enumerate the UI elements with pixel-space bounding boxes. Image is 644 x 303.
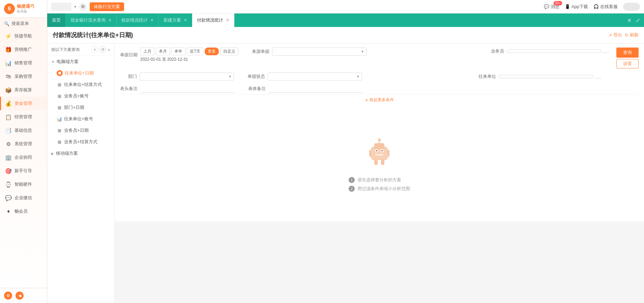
sidebar-item-funds[interactable]: 💰 资金管理 [0, 97, 47, 110]
company-dropdown[interactable]: ▾ [74, 4, 76, 9]
sidebar-item-member[interactable]: ♦ 畅会员 [0, 205, 47, 218]
status-label: 单据状态 [247, 73, 265, 80]
sidebar-item-system[interactable]: ⚙ 系统管理 [0, 137, 47, 151]
date-btn-custom[interactable]: 自定义 [220, 48, 238, 55]
sidebar-item-operation[interactable]: 📋 经营管理 [0, 110, 47, 124]
header-note-input[interactable] [140, 85, 235, 93]
status-select[interactable]: ▾ [268, 72, 362, 81]
sidebar-bottom: ⚙ ◀ [0, 288, 47, 303]
tab-new-scheme-label: 新建方案 [164, 17, 181, 23]
body-note-label: 表体备注 [248, 86, 266, 92]
partner-dots[interactable]: ... [594, 73, 602, 80]
scheme-add-btn[interactable]: + [91, 46, 98, 53]
sidebar-item-sales[interactable]: 📊 销售管理 [0, 56, 47, 70]
tab-close-cash-flow[interactable]: ✕ [108, 18, 112, 23]
collapse-label: 收起更多条件 [370, 97, 394, 103]
svg-point-6 [381, 150, 383, 152]
expand-arrow-icon: ▶ [51, 152, 54, 155]
user-avatar[interactable] [623, 3, 640, 11]
tab-close-new-scheme[interactable]: ✕ [184, 18, 187, 23]
system-icon: ⚙ [5, 141, 12, 147]
scheme-collapse-btn[interactable]: « [108, 47, 110, 52]
step-1-text: 请先选择要分析的方案 [357, 177, 401, 183]
app-download-label: App下载 [572, 4, 588, 10]
sidebar-item-enterprise[interactable]: 🏢 企业协同 [0, 151, 47, 164]
sidebar-item-inventory[interactable]: 📦 库存核算 [0, 83, 47, 97]
staff-dots[interactable]: ... [603, 48, 610, 55]
collapse-sidebar-icon[interactable]: ◀ [16, 292, 24, 300]
search-icon: 🔍 [4, 21, 9, 26]
scheme-item-staff-settle[interactable]: ⊞ 业务员+结算方式 [47, 136, 114, 148]
dept-select[interactable]: ▾ [140, 72, 234, 81]
scheme-setting-btn[interactable]: ⚙ [99, 46, 106, 53]
date-btn-last-month[interactable]: 上月 [140, 48, 154, 55]
settings-bottom-icon[interactable]: ⚙ [4, 292, 12, 300]
scheme-group-desktop-title[interactable]: ▼ 电脑端方案 [47, 56, 114, 67]
purchase-icon: 🛍 [5, 73, 12, 80]
tab-close-payment-stat[interactable]: ✕ [226, 18, 229, 23]
close-all-tabs-btn[interactable]: ✕ [626, 16, 633, 25]
date-range-display: 2022-01-01 至 2022-12-31 [140, 56, 238, 62]
sidebar-item-purchase[interactable]: 🛍 采购管理 [0, 70, 47, 83]
collapse-arrow-icon: ∧ [365, 98, 368, 102]
sidebar-item-wechat[interactable]: 💬 企业微信 [0, 191, 47, 205]
maximize-btn[interactable]: ⤢ [634, 16, 641, 25]
scheme-item-partner-settle[interactable]: ⊞ 往来单位+结算方式 [47, 79, 114, 90]
date-btn-more[interactable]: 更多 [205, 48, 219, 55]
sidebar-item-quick-nav[interactable]: ⚡ 快捷导航 [0, 29, 47, 43]
page-actions: ↗ 导出 ↻ 刷新 [608, 32, 639, 38]
scheme-item-dept-date[interactable]: ⊞ 部门+日期 [47, 102, 114, 113]
settings-btn[interactable]: 设置 [616, 59, 639, 68]
staff-select[interactable] [507, 50, 601, 53]
source-select[interactable]: ▾ [272, 48, 367, 56]
right-panel: 单据日期 上月 本月 本年 近7天 更多 自定义 20 [115, 43, 644, 303]
scheme-item-staff-date[interactable]: ⊞ 业务员+日期 [47, 125, 114, 136]
refresh-btn[interactable]: ↻ 刷新 [625, 32, 639, 38]
sidebar-item-label: 库存核算 [14, 87, 32, 93]
tab-receivable[interactable]: 收款情况统计 ✕ [117, 13, 159, 27]
page: 付款情况统计(往来单位+日期) ↗ 导出 ↻ 刷新 按以下方案查询 + [47, 27, 644, 303]
tab-close-receivable[interactable]: ✕ [150, 18, 154, 23]
scheme-item-partner-date[interactable]: 往来单位+日期 [47, 67, 114, 79]
date-btn-7days[interactable]: 近7天 [187, 48, 203, 55]
svg-rect-8 [369, 150, 371, 157]
tab-new-scheme[interactable]: 新建方案 ✕ [159, 13, 192, 27]
date-btn-this-year[interactable]: 本年 [171, 48, 185, 55]
sidebar-item-guide[interactable]: 🎯 新手引导 [0, 164, 47, 178]
tab-cash-flow[interactable]: 现金银行流水查询 ✕ [66, 13, 117, 27]
sidebar-item-hardware[interactable]: ⌚ 智能硬件 [0, 178, 47, 191]
operation-icon: 📋 [5, 114, 12, 120]
tab-payment-stat-label: 付款情况统计 [197, 17, 223, 23]
date-btn-this-month[interactable]: 本月 [156, 48, 170, 55]
partner-select[interactable] [499, 75, 593, 78]
sidebar-item-basic[interactable]: 📑 基础信息 [0, 124, 47, 137]
sidebar-item-label: 系统管理 [14, 141, 32, 147]
online-service-btn[interactable]: 🎧 在线客服 [593, 4, 618, 10]
step-2-text: 用过滤条件来缩小分析范围 [357, 186, 410, 192]
empty-step-2: 2 用过滤条件来缩小分析范围 [349, 186, 410, 192]
sidebar-item-label: 企业微信 [14, 195, 32, 201]
sidebar-item-label: 快捷导航 [14, 33, 32, 39]
guide-icon: 🎯 [5, 168, 12, 174]
experience-btn[interactable]: 体验行业方案 [90, 2, 124, 11]
step-1-num: 1 [349, 177, 355, 183]
scheme-header-actions: + ⚙ « [91, 46, 110, 53]
messages-btn[interactable]: 💬 消息 99+ [544, 4, 559, 10]
search-menu[interactable]: 🔍 搜索菜单 [0, 18, 47, 29]
tab-home-label: 首页 [52, 17, 61, 23]
collapse-conditions-btn[interactable]: ∧ 收起更多条件 [120, 94, 639, 105]
sidebar-item-marketing[interactable]: 🎁 营销推广 [0, 43, 47, 56]
app-download-btn[interactable]: 📱 App下载 [565, 4, 588, 10]
query-btn[interactable]: 查询 [616, 48, 639, 58]
scheme-item-staff-account[interactable]: ⊞ 业务员+账号 [47, 90, 114, 102]
svg-point-13 [378, 139, 381, 141]
tab-home[interactable]: 首页 [47, 13, 66, 27]
scheme-item-partner-account[interactable]: 📊 往来单位+账号 [47, 113, 114, 125]
scheme-item-label: 往来单位+账号 [64, 116, 93, 122]
export-btn[interactable]: ↗ 导出 [608, 32, 622, 38]
tab-payment-stat[interactable]: 付款情况统计 ✕ [192, 13, 234, 27]
header-settings-icon[interactable]: ⚙ [79, 3, 87, 11]
scheme-group-mobile-title[interactable]: ▶ 移动端方案 [47, 148, 114, 159]
body-note-input[interactable] [268, 85, 363, 93]
filter-partner-item: 往来单位 ... [478, 73, 602, 80]
